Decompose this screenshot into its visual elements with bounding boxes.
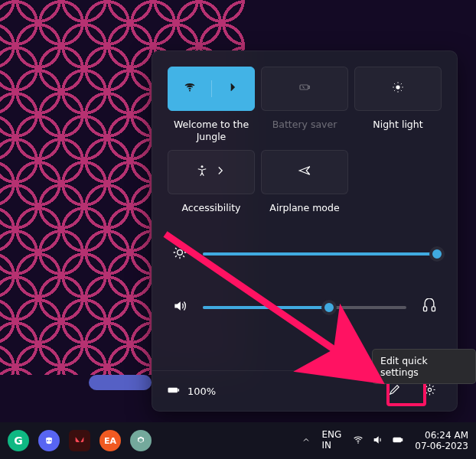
- battery-icon: [166, 382, 181, 400]
- chevron-right-icon: [214, 164, 227, 181]
- night-light-icon: [391, 80, 405, 97]
- taskbar-app-grammarly[interactable]: G: [8, 430, 29, 451]
- accessibility-label: Accessibility: [168, 202, 255, 226]
- airplane-mode-label: Airplane mode: [261, 202, 348, 226]
- language-indicator[interactable]: ENG IN: [321, 430, 341, 451]
- taskbar-app-chatgpt[interactable]: [130, 430, 152, 451]
- taskbar-app-valorant[interactable]: [69, 430, 90, 451]
- taskbar[interactable]: G EA ENG IN 06:24 AM 07-: [0, 422, 476, 459]
- quick-settings-tiles: Welcome to the Jungle Battery saver Nigh…: [152, 51, 457, 144]
- taskbar-clock[interactable]: 06:24 AM 07-06-2023: [415, 430, 468, 452]
- svg-point-10: [428, 388, 431, 391]
- svg-point-12: [47, 440, 48, 441]
- svg-point-4: [201, 165, 204, 168]
- svg-rect-7: [432, 306, 435, 311]
- svg-rect-15: [393, 438, 401, 441]
- brightness-track[interactable]: [203, 252, 437, 256]
- volume-slider[interactable]: [172, 298, 437, 317]
- audio-output-icon[interactable]: [422, 298, 437, 317]
- battery-saver-label: Battery saver: [261, 119, 348, 143]
- wifi-expand[interactable]: [211, 80, 255, 97]
- brightness-slider[interactable]: [172, 245, 437, 263]
- battery-saver-icon: [298, 80, 311, 97]
- night-light-label: Night light: [354, 119, 442, 143]
- wifi-icon: [183, 80, 197, 97]
- battery-saver-tile[interactable]: [261, 67, 348, 111]
- battery-status[interactable]: 100%: [166, 382, 216, 400]
- tray-overflow-button[interactable]: [302, 435, 311, 447]
- accessibility-tile[interactable]: [168, 150, 255, 194]
- svg-point-0: [189, 90, 191, 92]
- svg-point-14: [357, 442, 359, 444]
- taskbar-app-discord[interactable]: [38, 430, 60, 451]
- chevron-right-icon: [226, 80, 240, 97]
- taskbar-app-ea[interactable]: EA: [99, 430, 121, 451]
- volume-track[interactable]: [203, 306, 406, 309]
- wifi-label: Welcome to the Jungle: [168, 119, 255, 144]
- battery-percent: 100%: [187, 386, 216, 397]
- wallpaper-accent: [89, 375, 152, 390]
- svg-rect-16: [402, 438, 403, 441]
- svg-rect-9: [178, 389, 179, 391]
- accessibility-icon: [195, 164, 209, 181]
- volume-icon: [172, 298, 187, 317]
- svg-rect-6: [424, 306, 427, 311]
- svg-point-5: [178, 249, 183, 255]
- svg-rect-8: [168, 387, 178, 392]
- wifi-tray-icon[interactable]: [352, 434, 364, 448]
- night-light-tile[interactable]: [354, 67, 442, 111]
- wifi-tile[interactable]: [168, 67, 255, 111]
- brightness-icon: [172, 245, 187, 263]
- wifi-toggle[interactable]: [168, 80, 211, 97]
- svg-point-13: [50, 440, 51, 441]
- volume-tray-icon[interactable]: [372, 434, 384, 448]
- edit-tooltip: Edit quick settings: [372, 349, 476, 384]
- airplane-mode-tile[interactable]: [261, 150, 348, 194]
- svg-point-3: [396, 85, 399, 89]
- battery-tray-icon[interactable]: [392, 434, 404, 448]
- svg-rect-2: [308, 86, 310, 89]
- system-tray[interactable]: [352, 434, 404, 448]
- airplane-icon: [298, 164, 311, 181]
